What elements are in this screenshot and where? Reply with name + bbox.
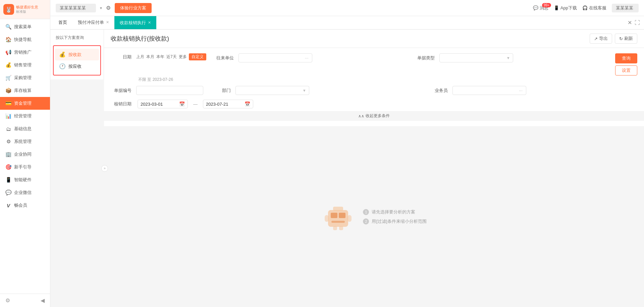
topbar-message-button[interactable]: 💬 消息 99+ [533,5,548,11]
order-type-select[interactable]: ▾ [439,53,513,62]
search-form: 日期 上月 本月 本年 近7天 更多 自定义 往来单位 · [104,48,644,126]
collapse-sidebar-icon[interactable]: ◀ [41,297,45,304]
tip-num-2: 2 [363,218,369,224]
tab-receipt-close-icon[interactable]: ✕ [148,20,151,25]
date-this-month[interactable]: 本月 [146,54,154,60]
counterparty-label: 往来单位 [213,55,236,61]
sidebar-item-quick-nav[interactable]: 🏠快捷导航 [0,33,50,46]
order-no-label: 单据编号 [111,88,134,94]
filter-panel-wrap: 按以下方案查询 💰 按收款 🕐 按应收 » [50,30,104,307]
sidebar-label-basic: 基础信息 [14,126,32,132]
sidebar-item-sales[interactable]: 💰销售管理 [0,59,50,71]
wechat-icon: 💬 [5,190,11,196]
sidebar-item-biz[interactable]: 📊经营管理 [0,110,50,122]
settings-button[interactable]: 设置 [615,65,637,75]
home-icon: 🏠 [5,37,11,43]
sidebar-item-finance[interactable]: 💳资金管理 [0,97,50,110]
basic-icon: 🗂 [5,126,11,132]
topbar-chevron-icon[interactable]: ▾ [100,6,102,10]
app-label: App下载 [560,5,577,11]
collapse-label: 收起更多条件 [366,113,390,119]
tab-receipt-offset[interactable]: 收款核销执行 ✕ [114,16,156,29]
industry-solution-button[interactable]: 体验行业方案 [115,3,152,13]
topbar-service-button[interactable]: 🎧 在线客服 [582,5,606,11]
sidebar-item-marketing[interactable]: 📢营销推广 [0,46,50,59]
sidebar-item-purchase[interactable]: 🛒采购管理 [0,71,50,84]
date-7days[interactable]: 近7天 [166,54,177,60]
sidebar-item-member[interactable]: V畅会员 [0,199,50,212]
verify-date-end-input[interactable]: 2023-07-21 📅 [203,100,253,108]
tab-home[interactable]: 首页 [53,16,72,29]
svg-rect-1 [331,213,337,218]
sidebar-item-wechat[interactable]: 💬企业微信 [0,186,50,199]
calendar-start-icon[interactable]: 📅 [179,101,185,107]
salesperson-dots-icon: ··· [519,88,523,93]
filter-panel-collapse-button[interactable]: » [101,165,108,172]
dept-select[interactable]: ▾ [235,86,309,95]
by-receivable-label: 按应收 [68,63,82,69]
date-this-year[interactable]: 本年 [156,54,164,60]
sidebar-item-basic[interactable]: 🗂基础信息 [0,122,50,135]
svg-rect-0 [328,210,348,227]
export-button[interactable]: ↗ 导出 [590,34,612,44]
sidebar-label-inventory: 库存核算 [14,88,32,94]
dept-label: 部门 [210,88,233,94]
collapse-more-button[interactable]: ∧∧ 收起更多条件 [104,111,644,121]
settings-footer-icon[interactable]: ⚙ [5,297,10,304]
sidebar-item-search-menu[interactable]: 🔍搜索菜单 [0,20,50,33]
purchase-icon: 🛒 [5,75,11,81]
date-custom-badge[interactable]: 自定义 [189,53,206,60]
verify-date-label: 核销日期 [111,101,134,107]
topbar-user: 某某某某 [612,4,639,12]
refresh-button[interactable]: ↻ 刷新 [615,34,637,44]
sidebar-item-inventory[interactable]: 📦库存核算 [0,84,50,97]
tab-prepay-offset[interactable]: 预付冲应付单 ✕ [72,16,114,29]
counterparty-select[interactable]: ··· [238,53,312,62]
topbar-app-download-button[interactable]: 📱 App下载 [554,5,577,11]
topbar-gear-icon[interactable]: ⚙ [106,5,111,11]
verify-date-end-value: 2023-07-21 [206,102,228,107]
filter-option-by-receipt[interactable]: 💰 按收款 [55,49,99,60]
sidebar-logo: 🐰 畅捷通好生意 标准版 [0,0,50,19]
query-button[interactable]: 查询 [615,53,637,63]
guide-icon: 🎯 [5,164,11,170]
date-shortcuts: 上月 本月 本年 近7天 更多 自定义 [136,53,206,60]
page-title: 收款核销执行(按收款) [111,35,169,43]
calendar-end-icon[interactable]: 📅 [245,101,250,107]
close-tab-icon[interactable]: ✕ [628,19,632,26]
topbar-right: 💬 消息 99+ 📱 App下载 🎧 在线客服 某某某某 [533,4,639,12]
system-icon: ⚙ [5,139,11,145]
by-receipt-label: 按收款 [68,52,82,58]
content-area: 按以下方案查询 💰 按收款 🕐 按应收 » 收款核销 [50,30,644,307]
svg-rect-3 [331,221,345,223]
order-no-input[interactable] [136,86,203,95]
tab-home-label: 首页 [58,19,67,25]
expand-tab-icon[interactable]: ⛶ [635,20,640,26]
right-content: 收款核销执行(按收款) ↗ 导出 ↻ 刷新 [104,30,644,307]
sidebar-label-marketing: 营销推广 [14,49,32,55]
sidebar-label-system: 系统管理 [14,139,32,145]
topbar-brand: 某某某某某某 [56,4,96,12]
empty-tips: 1 请先选择要分析的方案 2 用[过滤]条件来缩小分析范围 [363,209,426,224]
sidebar-label-enterprise: 企业协同 [14,151,32,157]
svg-rect-7 [333,226,337,230]
export-icon: ↗ [594,36,598,41]
page-title-row: 收款核销执行(按收款) ↗ 导出 ↻ 刷新 [111,34,637,44]
filter-option-by-receivable[interactable]: 🕐 按应收 [55,60,99,72]
sidebar-item-enterprise[interactable]: 🏢企业协同 [0,148,50,161]
sidebar-label-hardware: 智能硬件 [14,177,32,183]
sidebar-item-system[interactable]: ⚙系统管理 [0,135,50,148]
sidebar: 🐰 畅捷通好生意 标准版 🔍搜索菜单 🏠快捷导航 📢营销推广 💰销售管理 🛒采购… [0,0,50,307]
logo-sub: 标准版 [16,9,38,14]
tab-prepay-close-icon[interactable]: ✕ [106,20,109,24]
sidebar-item-hardware[interactable]: 📱智能硬件 [0,173,50,186]
salesperson-select[interactable]: ··· [452,86,526,95]
marketing-icon: 📢 [5,49,11,55]
empty-tip-2: 2 用[过滤]条件来缩小分析范围 [363,218,426,224]
sidebar-item-guide[interactable]: 🎯新手引导 [0,161,50,173]
date-more[interactable]: 更多 [179,54,187,60]
date-last-month[interactable]: 上月 [136,54,144,60]
sidebar-label-biz: 经营管理 [14,113,32,119]
tab-receipt-offset-label: 收款核销执行 [120,20,146,26]
verify-date-start-input[interactable]: 2023-03-01 📅 [138,100,188,108]
